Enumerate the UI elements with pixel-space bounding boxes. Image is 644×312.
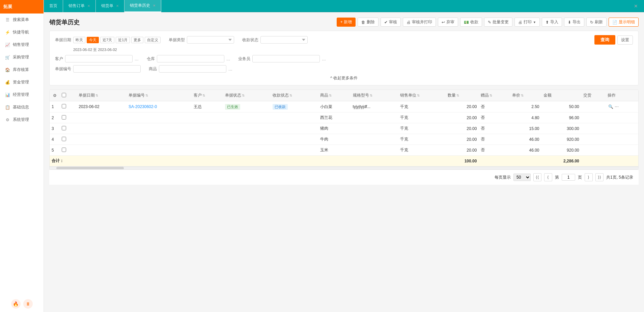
tab-home[interactable]: 首页 [44, 0, 63, 12]
batch-change-button[interactable]: ✎ 批量变更 [484, 18, 512, 27]
page-first-btn[interactable]: ⟨⟨ [533, 173, 541, 181]
page-header: 销货单历史 + 新增 🗑 删除 ✔ 审核 🖨 审核并打印 ↩ 弃审 [49, 18, 639, 27]
row-select-checkbox[interactable] [62, 104, 66, 108]
row-doc-no[interactable] [127, 134, 192, 145]
tab-sales-order-close[interactable]: ✕ [87, 4, 90, 8]
sidebar-item-basic-info[interactable]: 📋 基础信息 [0, 101, 44, 113]
sidebar-item-purchase-mgmt[interactable]: 🛒 采购管理 [0, 51, 44, 63]
th-checkbox[interactable] [60, 90, 77, 101]
collect-button[interactable]: 💵 收款 [460, 18, 482, 27]
warehouse-input[interactable] [157, 55, 224, 62]
row-checkbox[interactable] [60, 134, 77, 145]
import-button[interactable]: ⬆ 导入 [542, 18, 562, 27]
row-doc-no[interactable] [127, 123, 192, 134]
tab-sales-history[interactable]: 销货单历史 ✕ [124, 0, 161, 12]
page-prev-btn[interactable]: ⟨ [544, 173, 552, 181]
sidebar-item-quick-nav[interactable]: ⚡ 快捷导航 [0, 26, 44, 38]
date-btn-yesterday[interactable]: 昨天 [73, 37, 85, 43]
discard-button[interactable]: ↩ 弃审 [438, 18, 458, 27]
delete-button[interactable]: 🗑 删除 [358, 18, 379, 27]
row-date [77, 112, 127, 123]
query-button[interactable]: 查询 [594, 35, 615, 45]
customer-input[interactable] [65, 55, 133, 62]
row-select-checkbox[interactable] [62, 137, 66, 141]
print-button[interactable]: 🖨 打印 ▼ [514, 18, 540, 27]
show-detail-button[interactable]: 📄 显示明细 [609, 18, 639, 27]
sidebar-item-inventory[interactable]: 🏠 库存核算 [0, 63, 44, 76]
page-last-btn[interactable]: ⟩⟩ [595, 173, 604, 181]
tab-sales-goods-close[interactable]: ✕ [116, 4, 119, 8]
page-next-btn[interactable]: ⟩ [585, 173, 593, 181]
row-amount: 96.00 [541, 112, 581, 123]
purchase-mgmt-icon: 🛒 [5, 55, 10, 60]
filter-customer-field: 客户 ... [55, 55, 139, 62]
row-doc-no[interactable] [127, 145, 192, 156]
audit-button[interactable]: ✔ 审核 [381, 18, 401, 27]
th-doc-no[interactable]: 单据编号⇅ [127, 90, 192, 101]
row-select-checkbox[interactable] [62, 148, 66, 152]
tab-sales-history-close[interactable]: ✕ [153, 4, 156, 7]
date-btn-1month[interactable]: 近1月 [116, 37, 130, 43]
view-icon[interactable]: 🔍 [608, 104, 614, 110]
th-unit[interactable]: 销售单位⇅ [398, 90, 446, 101]
scrollbar-thumb[interactable] [56, 167, 124, 170]
th-qty[interactable]: 数量⇅ [446, 90, 479, 101]
goods-input[interactable] [159, 65, 226, 73]
th-spec[interactable]: 规格型号⇅ [351, 90, 398, 101]
warehouse-dots[interactable]: ... [226, 56, 230, 61]
row-select-checkbox[interactable] [62, 126, 66, 130]
fire-icon-btn[interactable]: 🔥 [11, 299, 21, 309]
select-all-checkbox[interactable] [62, 93, 66, 97]
row-doc-no[interactable]: SA-20230602-0 [127, 101, 192, 112]
row-checkbox[interactable] [60, 112, 77, 123]
more-icon[interactable]: ⋯ [614, 104, 620, 110]
sidebar-item-sales-mgmt[interactable]: 📈 销售管理 [0, 38, 44, 51]
staff-dots[interactable]: ... [322, 56, 326, 61]
sidebar-item-finance[interactable]: 💰 资金管理 [0, 76, 44, 88]
goods-dots[interactable]: ... [228, 66, 232, 72]
pause-icon-btn[interactable]: ⏸ [23, 299, 33, 309]
row-select-checkbox[interactable] [62, 115, 66, 120]
sidebar-item-ops-mgmt[interactable]: 📊 经营管理 [0, 88, 44, 101]
audit-print-button[interactable]: 🖨 审核并打印 [403, 18, 436, 27]
th-date[interactable]: 单据日期⇅ [77, 90, 127, 101]
date-btn-today[interactable]: 今天 [87, 37, 99, 43]
page-number-input[interactable] [562, 174, 575, 181]
row-checkbox[interactable] [60, 101, 77, 112]
th-amount[interactable]: 金额 [541, 90, 581, 101]
tab-sales-order[interactable]: 销售订单 ✕ [63, 0, 96, 12]
export-button[interactable]: ⬇ 导出 [564, 18, 584, 27]
row-price: 2.50 [510, 101, 541, 112]
th-gift[interactable]: 赠品⇅ [479, 90, 510, 101]
th-doc-status[interactable]: 单据状态⇅ [223, 90, 271, 101]
window-close-btn[interactable]: ✕ [631, 2, 641, 10]
customer-dots[interactable]: ... [135, 56, 139, 61]
collect-status-select[interactable] [260, 36, 308, 44]
date-btn-custom[interactable]: 自定义 [145, 37, 161, 43]
tab-sales-order-label: 销售订单 [68, 3, 85, 9]
row-doc-no[interactable] [127, 112, 192, 123]
date-btn-7days[interactable]: 近7天 [100, 37, 114, 43]
warehouse-label: 仓库 [147, 56, 155, 62]
th-price[interactable]: 单价⇅ [510, 90, 541, 101]
per-page-select[interactable]: 50 100 200 [513, 174, 531, 181]
settings-button[interactable]: 设置 [617, 35, 633, 45]
refresh-button[interactable]: ↻ 刷新 [586, 18, 607, 27]
sidebar-item-search-menu[interactable]: ☰ 搜索菜单 [0, 14, 44, 26]
doc-type-select[interactable] [187, 36, 234, 44]
th-goods[interactable]: 商品⇅ [318, 90, 351, 101]
th-customer[interactable]: 客户⇅ [192, 90, 223, 101]
tab-sales-goods[interactable]: 销货单 ✕ [96, 0, 124, 12]
th-collect-status[interactable]: 收款状态⇅ [271, 90, 318, 101]
horizontal-scrollbar[interactable] [50, 166, 638, 169]
row-checkbox[interactable] [60, 123, 77, 134]
new-button[interactable]: + 新增 [337, 18, 356, 27]
staff-input[interactable] [252, 55, 320, 62]
row-checkbox[interactable] [60, 145, 77, 156]
collapse-button[interactable]: ^ 收起更多条件 [330, 75, 358, 81]
sidebar-item-sys-mgmt[interactable]: ⚙ 系统管理 [0, 113, 44, 126]
th-delivery[interactable]: 交货 [581, 90, 606, 101]
doc-no-input[interactable] [73, 65, 141, 73]
th-gear[interactable]: ⚙ [50, 90, 60, 101]
date-btn-more[interactable]: 更多 [131, 37, 143, 43]
